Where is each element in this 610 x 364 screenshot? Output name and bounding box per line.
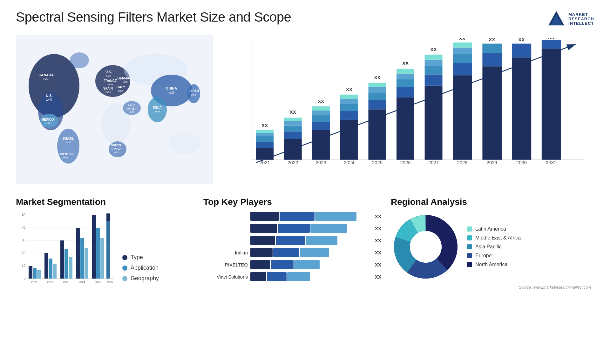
svg-rect-103 xyxy=(453,75,472,160)
bar-seg-mid-2 xyxy=(278,224,310,233)
svg-text:2025: 2025 xyxy=(372,160,383,165)
bar-seg-mid-pixelteq xyxy=(271,260,294,269)
svg-text:ARGENTINA: ARGENTINA xyxy=(57,152,74,156)
svg-rect-78 xyxy=(340,99,358,104)
label-north-america: North America xyxy=(475,262,507,267)
players-title: Top Key Players xyxy=(203,197,381,207)
svg-text:xx%: xx% xyxy=(107,83,113,86)
bar-seg-mid-1 xyxy=(280,212,315,221)
svg-rect-107 xyxy=(453,43,472,48)
bar-2024: XX 2024 xyxy=(340,87,358,165)
svg-text:xx%: xx% xyxy=(169,91,175,94)
svg-rect-55 xyxy=(256,142,274,148)
svg-rect-140 xyxy=(49,259,52,279)
logo-line2: RESEARCH xyxy=(568,17,594,21)
regional-legend: Latin America Middle East & Africa Asia … xyxy=(467,226,521,267)
svg-rect-64 xyxy=(284,121,302,126)
svg-text:xx%: xx% xyxy=(118,89,123,92)
svg-text:xx%: xx% xyxy=(113,151,118,154)
svg-rect-119 xyxy=(542,49,561,160)
svg-rect-82 xyxy=(368,109,386,159)
legend-label-geography: Geography xyxy=(131,275,159,282)
svg-text:2023: 2023 xyxy=(63,280,69,284)
svg-point-5 xyxy=(70,52,89,68)
legend-type: Type xyxy=(122,254,159,261)
svg-text:SPAIN: SPAIN xyxy=(103,87,113,90)
bar-2028: XX 2028 xyxy=(453,38,472,165)
svg-rect-69 xyxy=(312,122,330,130)
svg-text:0: 0 xyxy=(24,277,25,280)
svg-rect-92 xyxy=(396,74,414,79)
svg-rect-112 xyxy=(482,44,502,53)
player-label-iridian: Iridian xyxy=(203,250,248,255)
svg-point-42 xyxy=(148,97,167,122)
dot-asia-pacific xyxy=(467,244,472,249)
bar-2022: XX 2022 xyxy=(284,110,302,165)
svg-rect-70 xyxy=(312,115,330,122)
svg-point-48 xyxy=(168,132,200,154)
page-container: Spectral Sensing Filters Market Size and… xyxy=(0,0,610,364)
svg-rect-144 xyxy=(64,249,68,279)
label-latin-america: Latin America xyxy=(475,226,506,232)
logo-box: MARKET RESEARCH INTELLECT xyxy=(547,10,594,29)
player-row-3: XX xyxy=(203,236,381,245)
svg-rect-79 xyxy=(340,95,358,99)
svg-rect-57 xyxy=(256,133,274,136)
bar-seg-light-viavi xyxy=(287,272,310,281)
svg-rect-137 xyxy=(37,270,41,279)
svg-text:xx%: xx% xyxy=(43,78,49,81)
dot-north-america xyxy=(467,262,472,267)
svg-rect-96 xyxy=(425,86,443,160)
svg-rect-149 xyxy=(85,248,88,279)
player-val-3: XX xyxy=(375,238,381,243)
dot-latin-america xyxy=(467,226,472,232)
svg-text:2021: 2021 xyxy=(31,280,37,284)
legend-geography: Geography xyxy=(122,275,159,282)
svg-text:U.K.: U.K. xyxy=(105,70,112,74)
logo-text: MARKET RESEARCH INTELLECT xyxy=(568,12,594,26)
svg-text:XX: XX xyxy=(459,38,465,41)
player-val-pixelteq: XX xyxy=(375,262,381,267)
player-val-2: XX xyxy=(375,226,381,231)
bar-seg-light-iridian xyxy=(300,248,329,257)
svg-text:2030: 2030 xyxy=(516,160,527,165)
svg-rect-120 xyxy=(542,40,561,49)
svg-rect-143 xyxy=(60,240,64,279)
svg-rect-68 xyxy=(312,130,330,160)
svg-text:xx%: xx% xyxy=(45,122,50,125)
svg-text:2024: 2024 xyxy=(344,160,354,165)
regional-section: Regional Analysis xyxy=(391,197,594,291)
seg-legend: Type Application Geography xyxy=(122,254,159,291)
svg-text:MEXICO: MEXICO xyxy=(41,118,54,121)
bar-chart-svg: XX 2021 XX 2022 xyxy=(235,38,585,175)
legend-label-application: Application xyxy=(131,265,159,271)
svg-text:xx%: xx% xyxy=(154,110,160,113)
svg-text:2022: 2022 xyxy=(47,280,53,284)
source-text: Source : www.marketresearchintellect.com xyxy=(519,285,591,290)
legend-dot-application xyxy=(122,266,127,271)
svg-text:XX: XX xyxy=(548,38,554,40)
svg-text:60: 60 xyxy=(22,213,26,217)
svg-text:xx%: xx% xyxy=(46,98,52,101)
logo-icon xyxy=(547,10,566,29)
svg-text:2025: 2025 xyxy=(95,280,101,284)
player-row-viavi: Viavi Solutions XX xyxy=(203,272,381,281)
svg-text:INDIA: INDIA xyxy=(153,106,161,109)
svg-text:ITALY: ITALY xyxy=(116,85,125,89)
svg-text:CHINA: CHINA xyxy=(166,86,177,90)
logo-line3: INTELLECT xyxy=(568,21,594,26)
legend-latin-america: Latin America xyxy=(467,226,521,232)
legend-middle-east-africa: Middle East & Africa xyxy=(467,235,521,241)
svg-text:FRANCE: FRANCE xyxy=(104,79,117,83)
svg-rect-110 xyxy=(482,66,502,160)
bar-seg-dark-2 xyxy=(250,224,277,233)
svg-rect-97 xyxy=(425,74,443,85)
svg-text:XX: XX xyxy=(489,38,495,42)
svg-text:ARABIA: ARABIA xyxy=(126,107,138,110)
svg-rect-93 xyxy=(396,69,414,74)
bar-2031: XX 2031 xyxy=(542,38,561,165)
svg-text:2022: 2022 xyxy=(288,160,298,165)
svg-text:U.S.: U.S. xyxy=(46,94,52,98)
player-label-viavi: Viavi Solutions xyxy=(203,274,248,280)
svg-text:xx%: xx% xyxy=(129,111,134,113)
